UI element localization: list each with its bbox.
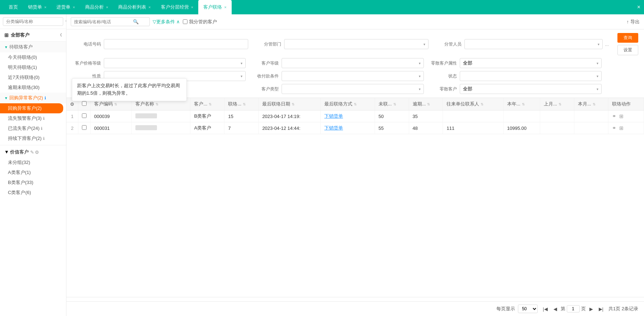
page-of-label: 页 (581, 306, 586, 312)
customer-type-select[interactable]: ▾ (282, 84, 423, 94)
select-all-checkbox[interactable] (82, 101, 87, 106)
col-contact-count[interactable]: 联络...⇅ (224, 98, 259, 110)
churned-customers[interactable]: 已流失客户(24) ℹ (0, 123, 66, 133)
sort-icon-company: ⇅ (481, 102, 483, 106)
link-action-icon-2[interactable]: ⚭ (612, 125, 616, 131)
per-page-select[interactable]: 50 100 200 (518, 305, 538, 313)
sort-icon-code: ⇅ (114, 102, 117, 106)
retail-customer-field: 零散客户 全部 ▾ (428, 84, 602, 94)
close-customer-contact-tab[interactable]: × (224, 5, 226, 9)
nav-product-analysis[interactable]: 商品分析 × (80, 0, 113, 14)
search-input[interactable] (74, 19, 131, 24)
filter-actions: 查询 设置 (617, 33, 638, 55)
nav-purchase[interactable]: 进货单 × (51, 0, 80, 14)
churn-warning[interactable]: 流失预警客户(3) ℹ (0, 113, 66, 123)
qr-action-icon-1[interactable]: ⊞ (619, 113, 624, 119)
price-level-select[interactable]: ▾ (104, 58, 246, 68)
sidebar-search-input[interactable] (3, 17, 63, 26)
nature-chevron-icon: ▾ (241, 74, 242, 78)
class-a-customers[interactable]: A类客户(1) (0, 168, 66, 178)
qr-action-icon-2[interactable]: ⊞ (619, 125, 624, 131)
col-overdue[interactable]: 逾期...⇅ (409, 98, 443, 110)
row-checkbox-1[interactable] (82, 113, 87, 118)
class-b-customers[interactable]: B类客户(33) (0, 178, 66, 188)
value-customers-title[interactable]: ▼ 价值客户 ✎ ⚙ (0, 147, 66, 157)
col-last-month[interactable]: 上月...⇅ (540, 98, 574, 110)
close-customer-tier-tab[interactable]: × (191, 5, 193, 9)
declining-info-icon: ℹ (43, 136, 45, 141)
close-sales-tab[interactable]: × (44, 5, 46, 9)
row-check-1 (78, 110, 91, 122)
payment-field: 收付款条件 ▾ (250, 71, 423, 81)
row-action-2: ⚭ ⊞ (608, 122, 644, 134)
row-method-1[interactable]: 下销货单 (320, 110, 375, 122)
repurchase-abnormal-active[interactable]: 回购异常客户(2) (0, 103, 63, 113)
person-more-icon[interactable]: ... (605, 42, 609, 47)
price-level-label: 客户价格等级 (72, 60, 101, 66)
tomorrow-pending[interactable]: 明天待联络(1) (0, 62, 66, 72)
edit-icon[interactable]: ✎ (30, 150, 34, 155)
my-customers-checkbox[interactable] (183, 19, 187, 24)
week-pending[interactable]: 近7天待联络(0) (0, 72, 66, 82)
col-customer-type[interactable]: 客户...⇅ (190, 98, 224, 110)
current-page-input[interactable] (567, 305, 580, 312)
nav-customer-contact[interactable]: 客户联络 × (198, 0, 231, 14)
close-purchase-tab[interactable]: × (73, 5, 75, 9)
nav-sales[interactable]: 销货单 × (23, 0, 51, 14)
repurchase-abnormal-title[interactable]: ▼ 回购异常客户(2) ℹ (0, 93, 66, 103)
first-page-btn[interactable]: |◀ (541, 306, 550, 312)
retail-customer-select[interactable]: 全部 ▾ (460, 84, 602, 94)
nav-customer-tier[interactable]: 客户分层经营 × (156, 0, 198, 14)
status-select[interactable]: ▾ (460, 71, 602, 81)
col-company-contact[interactable]: 往来单位联系人⇅ (443, 98, 503, 110)
col-uncontacted[interactable]: 未联...⇅ (375, 98, 409, 110)
row-method-2[interactable]: 下销货单 (320, 122, 375, 134)
page-navigation: |◀ ◀ 第 页 ▶ ▶| (541, 305, 606, 312)
class-c-customers[interactable]: C类客户(6) (0, 188, 66, 198)
col-last-method[interactable]: 最后联络方式⇅ (320, 98, 375, 110)
overdue-contact[interactable]: 逾期未联络(30) (0, 82, 66, 93)
nav-home[interactable]: 首页 (4, 0, 23, 14)
sort-icon-uncontacted: ⇅ (393, 102, 396, 106)
window-close-button[interactable]: × (637, 4, 640, 10)
more-conditions-btn[interactable]: ▽ 更多条件 ∧ (153, 19, 180, 25)
row-overdue-2: 48 (409, 122, 443, 134)
retail-customer-label: 零散客户 (428, 86, 457, 92)
grid-icon: ⊞ (4, 32, 9, 38)
close-product-list-tab[interactable]: × (148, 5, 150, 9)
row-company-2: 111 (443, 122, 503, 134)
payment-select[interactable]: ▾ (282, 71, 423, 81)
person-select[interactable]: ▾ (464, 39, 603, 49)
close-product-analysis-tab[interactable]: × (106, 5, 108, 9)
settings2-icon[interactable]: ⚙ (35, 150, 39, 155)
customer-level-select[interactable]: ▾ (282, 58, 423, 68)
next-page-btn[interactable]: ▶ (587, 306, 595, 312)
declining-customers[interactable]: 持续下滑客户(2) ℹ (0, 133, 66, 143)
query-button[interactable]: 查询 (617, 33, 638, 43)
settings-button[interactable]: 设置 (617, 45, 638, 55)
last-page-btn[interactable]: ▶| (597, 306, 606, 312)
row-type-1: B类客户 (190, 110, 224, 122)
link-action-icon-1[interactable]: ⚭ (612, 113, 616, 119)
horizontal-scrollbar[interactable] (66, 297, 644, 301)
today-pending[interactable]: 今天待联络(0) (0, 52, 66, 62)
pending-contact-title[interactable]: ▼ 待联络客户 (0, 42, 66, 52)
dept-select[interactable]: ▾ (284, 39, 428, 49)
content-area: 🔍 ▽ 更多条件 ∧ 我分管的客户 ↑ 导出 电话号码 (66, 14, 644, 316)
unclassified-customers[interactable]: 未分组(32) (0, 157, 66, 168)
phone-input[interactable] (104, 39, 248, 49)
export-button[interactable]: ↑ 导出 (627, 19, 640, 25)
row-checkbox-2[interactable] (82, 125, 87, 130)
row-code-2: 000031 (91, 122, 132, 134)
all-customers-title[interactable]: ⊞ 全部客户 《 (0, 29, 66, 42)
col-this-month[interactable]: 本月...⇅ (574, 98, 608, 110)
search-icon[interactable]: 🔍 (133, 19, 139, 24)
row-contact-1: 15 (224, 110, 259, 122)
col-this-year[interactable]: 本年...⇅ (503, 98, 540, 110)
sort-icon-date: ⇅ (292, 102, 295, 106)
col-last-date[interactable]: 最后联络日期⇅ (259, 98, 321, 110)
retail-attr-label: 零散客户属性 (428, 60, 457, 66)
nav-product-list[interactable]: 商品分析列表 × (113, 0, 156, 14)
retail-attr-select[interactable]: 全部 ▾ (460, 58, 602, 68)
prev-page-btn[interactable]: ◀ (551, 306, 559, 312)
